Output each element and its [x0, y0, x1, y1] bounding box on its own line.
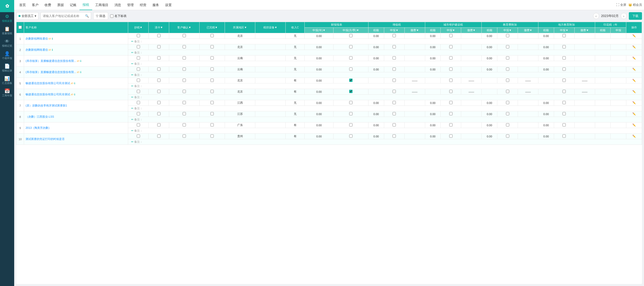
nav-gongshang[interactable]: 工商项目: [92, 0, 111, 10]
wanshui-checkbox[interactable]: [210, 79, 214, 82]
queren-checkbox[interactable]: [183, 112, 186, 115]
company-name-link[interactable]: 畅捷通信息技股份有限公司民非测试: [26, 93, 70, 96]
company-name-link[interactable]: 勿删新锐网络通信: [26, 37, 48, 40]
nav-xiaoxi[interactable]: 消息: [111, 0, 124, 10]
wanshui-checkbox[interactable]: [210, 34, 214, 37]
chaoshui-checkbox[interactable]: [137, 34, 140, 37]
difang-sb-checkbox[interactable]: [562, 134, 566, 138]
chengshi-sb-checkbox[interactable]: [449, 45, 453, 48]
caibao-monthly-checkbox[interactable]: [349, 56, 353, 60]
qingka-checkbox[interactable]: [157, 112, 161, 115]
wanshui-checkbox[interactable]: [210, 67, 214, 71]
queren-checkbox[interactable]: [183, 34, 186, 37]
caibao-monthly-checkbox[interactable]: [349, 112, 353, 115]
jiaoyu-sb-checkbox[interactable]: [506, 123, 509, 127]
chaoshui-checkbox[interactable]: [137, 101, 140, 104]
wanshui-checkbox[interactable]: [210, 134, 214, 138]
chaoshui-checkbox[interactable]: [137, 112, 140, 115]
zengjishui-sb-checkbox[interactable]: [393, 45, 396, 48]
queren-checkbox[interactable]: [183, 134, 186, 138]
chengshi-sb-checkbox[interactable]: [449, 34, 453, 37]
chengshi-sb-checkbox[interactable]: [449, 79, 453, 82]
chaoshui-checkbox[interactable]: [137, 123, 140, 127]
sidebar-item-piliangshuibao[interactable]: 📋 批量报税: [0, 25, 14, 37]
nav-jingying[interactable]: 经营: [137, 0, 149, 10]
difang-sb-checkbox[interactable]: [562, 79, 566, 82]
qingka-checkbox[interactable]: [157, 101, 161, 104]
mingxia-checkbox[interactable]: [110, 14, 113, 18]
difang-sb-checkbox[interactable]: [562, 34, 566, 37]
caibao-monthly-checkbox[interactable]: [349, 123, 353, 127]
nav-shoufei[interactable]: 收费: [42, 0, 54, 10]
search-input[interactable]: [43, 14, 84, 18]
queren-checkbox[interactable]: [183, 45, 186, 48]
qingka-checkbox[interactable]: [157, 34, 161, 37]
zengjishui-sb-checkbox[interactable]: [393, 67, 396, 71]
edit-icon[interactable]: ✏: [131, 84, 133, 87]
nav-guanli[interactable]: 管理: [124, 0, 137, 10]
sidebar-item-baoshuishezhi[interactable]: ⚙ 报税设置: [0, 12, 14, 25]
edit-icon[interactable]: ✏: [131, 96, 133, 99]
company-name-link[interactable]: 勿删新锐网络通信: [26, 48, 48, 51]
caibao-monthly-checkbox[interactable]: [349, 45, 353, 48]
chaoshui-checkbox[interactable]: [137, 90, 140, 93]
sidebar-item-huizong[interactable]: 📊 汇总面板: [0, 74, 14, 87]
company-name-link[interactable]: （勿删）江西股业-LSS: [26, 115, 54, 118]
nav-kehu[interactable]: 客户: [29, 0, 42, 10]
nav-shouye[interactable]: 首页: [16, 0, 29, 10]
wanshui-checkbox[interactable]: [210, 112, 214, 115]
zengjishui-sb-checkbox[interactable]: [393, 34, 396, 37]
wanshui-checkbox[interactable]: [210, 45, 214, 48]
difang-sb-checkbox[interactable]: [562, 67, 566, 71]
nav-shezhi[interactable]: 设置: [162, 0, 175, 10]
queren-checkbox[interactable]: [183, 90, 186, 93]
company-name-link[interactable]: (库存核算）直播畅捷通信息技股份有限...: [26, 70, 76, 74]
jiaoyu-sb-checkbox[interactable]: [506, 34, 509, 37]
chaoshui-checkbox[interactable]: [137, 79, 140, 82]
company-name-link[interactable]: 畅捷通信息技股份有限公司民非测试: [26, 82, 70, 85]
chaoshui-checkbox[interactable]: [137, 45, 140, 48]
info-icon[interactable]: ℹ: [52, 48, 53, 51]
chengshi-sb-checkbox[interactable]: [449, 123, 453, 127]
queren-checkbox[interactable]: [183, 67, 186, 71]
qingka-checkbox[interactable]: [157, 90, 161, 93]
zengjishui-sb-checkbox[interactable]: [393, 101, 396, 104]
chengshi-sb-checkbox[interactable]: [449, 101, 453, 104]
edit-icon[interactable]: ✏: [131, 107, 133, 110]
caibao-monthly-checkbox[interactable]: [349, 34, 353, 37]
chaoshui-checkbox[interactable]: [137, 67, 140, 71]
chengshi-sb-checkbox[interactable]: [449, 90, 453, 93]
jiaoyu-sb-checkbox[interactable]: [506, 45, 509, 48]
search-icon[interactable]: 🔍: [85, 14, 89, 18]
caibao-monthly-checkbox[interactable]: [349, 67, 353, 71]
qingka-checkbox[interactable]: [157, 79, 161, 82]
sidebar-item-baoshujilu[interactable]: 📄 报税记录: [0, 62, 14, 74]
jiaoyu-sb-checkbox[interactable]: [506, 90, 509, 93]
jiaoyu-sb-checkbox[interactable]: [506, 79, 509, 82]
edit-icon[interactable]: ✏: [131, 118, 133, 121]
chengshi-sb-checkbox[interactable]: [449, 56, 453, 60]
company-name-link[interactable]: (库存核算）直播畅捷通信息技股份有限...: [26, 59, 76, 62]
qingka-checkbox[interactable]: [157, 134, 161, 138]
zengjishui-sb-checkbox[interactable]: [393, 134, 396, 138]
filter-button[interactable]: ▽ 筛选: [93, 12, 108, 20]
company-name-link[interactable]: 测试斯赛的凭证打印的时候是否: [26, 137, 65, 140]
info-icon[interactable]: ℹ: [80, 71, 81, 74]
queren-checkbox[interactable]: [183, 79, 186, 82]
info-icon[interactable]: ℹ: [80, 60, 81, 62]
zengjishui-sb-checkbox[interactable]: [393, 56, 396, 60]
table-container[interactable]: 客户名称 抄税▼ 清卡▼ 客户确认▼ 已完税▼ 所属地区▼ 税控设备▼ 收入C …: [16, 22, 642, 284]
difang-sb-checkbox[interactable]: [562, 45, 566, 48]
zengjishui-sb-checkbox[interactable]: [393, 79, 396, 82]
caibao-monthly-checkbox[interactable]: [349, 90, 353, 93]
fullscreen-btn[interactable]: ⛶ 全屏: [616, 3, 626, 7]
queren-checkbox[interactable]: [183, 101, 186, 104]
jiaoyu-sb-checkbox[interactable]: [506, 67, 509, 71]
zengjishui-sb-checkbox[interactable]: [393, 90, 396, 93]
difang-sb-checkbox[interactable]: [562, 123, 566, 127]
edit-icon[interactable]: ✏: [131, 40, 133, 43]
edit-icon[interactable]: ✏: [131, 73, 133, 76]
download-button[interactable]: 下载: [629, 12, 642, 20]
nav-jizhi[interactable]: 记账: [67, 0, 80, 10]
caibao-monthly-checkbox[interactable]: [349, 134, 353, 138]
